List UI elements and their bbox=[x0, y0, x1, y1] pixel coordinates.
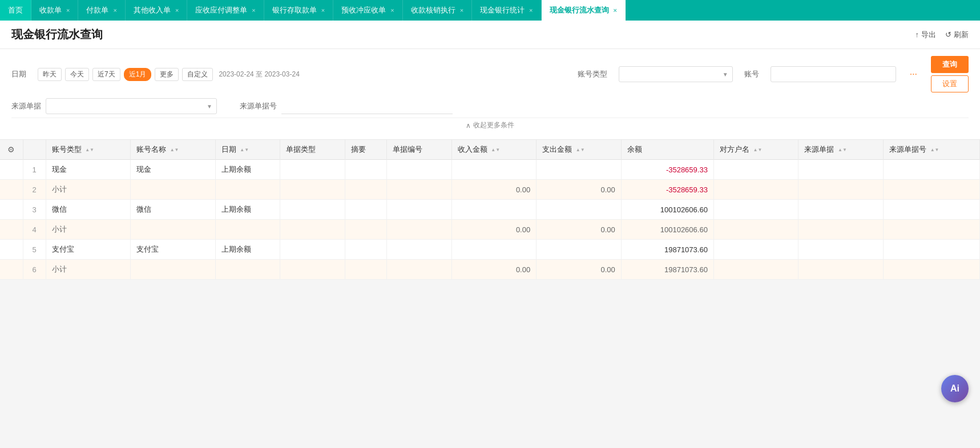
close-payment-icon[interactable]: × bbox=[113, 7, 116, 14]
sort-date-icon[interactable]: ▲▼ bbox=[240, 148, 249, 152]
table-header-row: ⚙ 账号类型 ▲▼ 账号名称 ▲▼ 日期 ▲▼ 单据类型 bbox=[0, 140, 980, 160]
top-navigation: 首页 收款单 × 付款单 × 其他收入单 × 应收应付调整单 × 银行存取款单 … bbox=[0, 0, 980, 21]
nav-bank-stats[interactable]: 现金银行统计 × bbox=[472, 0, 541, 21]
export-button[interactable]: ↑ 导出 bbox=[916, 30, 937, 40]
account-type-select-wrapper: ▼ bbox=[619, 66, 733, 82]
row-expense-cell: 0.00 bbox=[537, 220, 622, 240]
row-source-doc-cell bbox=[798, 240, 884, 260]
row-expense-cell bbox=[537, 200, 622, 220]
flow-table: ⚙ 账号类型 ▲▼ 账号名称 ▲▼ 日期 ▲▼ 单据类型 bbox=[0, 140, 980, 280]
col-account-name[interactable]: 账号名称 ▲▼ bbox=[131, 140, 216, 160]
sort-account-name-icon[interactable]: ▲▼ bbox=[170, 148, 179, 152]
date-btn-more[interactable]: 更多 bbox=[155, 68, 179, 81]
nav-home[interactable]: 首页 bbox=[0, 0, 31, 21]
close-adjust-icon[interactable]: × bbox=[252, 7, 255, 14]
nav-payment[interactable]: 付款单 × bbox=[78, 0, 125, 21]
col-source-doc-no[interactable]: 来源单据号 ▲▼ bbox=[884, 140, 980, 160]
sort-account-type-icon[interactable]: ▲▼ bbox=[85, 148, 94, 152]
settings-button[interactable]: 设置 bbox=[931, 75, 969, 92]
close-bank-stats-icon[interactable]: × bbox=[529, 7, 533, 14]
col-summary: 摘要 bbox=[345, 140, 386, 160]
col-income[interactable]: 收入金额 ▲▼ bbox=[451, 140, 537, 160]
source-doc-filter: 来源单据 ▼ bbox=[11, 98, 217, 114]
collapse-conditions-button[interactable]: ∧ 收起更多条件 bbox=[11, 118, 969, 132]
row-counterparty-cell bbox=[713, 240, 798, 260]
col-doc-type-label: 单据类型 bbox=[286, 145, 316, 154]
nav-home-label: 首页 bbox=[8, 5, 23, 15]
filter-area: 日期 昨天 今天 近7天 近1月 更多 自定义 2023-02-24 至 202… bbox=[0, 49, 980, 140]
row-summary-cell bbox=[345, 240, 386, 260]
col-date-label: 日期 bbox=[221, 145, 236, 154]
row-account-name-cell bbox=[131, 260, 216, 280]
col-expense[interactable]: 支出金额 ▲▼ bbox=[537, 140, 622, 160]
nav-flow-query[interactable]: 现金银行流水查询 × bbox=[542, 0, 626, 21]
row-summary-cell bbox=[345, 180, 386, 200]
nav-adjust[interactable]: 应收应付调整单 × bbox=[187, 0, 264, 21]
close-receipt-icon[interactable]: × bbox=[66, 7, 70, 14]
nav-bank-deposit[interactable]: 银行存取款单 × bbox=[264, 0, 333, 21]
source-doc-no-input[interactable] bbox=[281, 98, 453, 114]
row-expense-cell bbox=[537, 240, 622, 260]
nav-pre-receipt[interactable]: 预收冲应收单 × bbox=[333, 0, 402, 21]
export-label: 导出 bbox=[921, 30, 936, 40]
nav-other-income[interactable]: 其他收入单 × bbox=[126, 0, 187, 21]
row-doc-no-cell bbox=[387, 160, 452, 180]
row-balance-cell: 19871073.60 bbox=[621, 260, 713, 280]
row-num-cell: 5 bbox=[23, 240, 46, 260]
date-btn-7days[interactable]: 近7天 bbox=[92, 68, 120, 81]
source-doc-no-label: 来源单据号 bbox=[240, 101, 277, 111]
row-doc-no-cell bbox=[387, 220, 452, 240]
col-source-doc[interactable]: 来源单据 ▲▼ bbox=[798, 140, 884, 160]
sort-source-doc-icon[interactable]: ▲▼ bbox=[838, 148, 847, 152]
page-header: 现金银行流水查询 ↑ 导出 ↺ 刷新 bbox=[0, 21, 980, 49]
col-gear[interactable]: ⚙ bbox=[0, 140, 23, 160]
col-source-doc-label: 来源单据 bbox=[804, 145, 834, 154]
row-expense-cell bbox=[537, 160, 622, 180]
row-expense-cell: 0.00 bbox=[537, 180, 622, 200]
row-source-doc-cell bbox=[798, 180, 884, 200]
nav-receipt[interactable]: 收款单 × bbox=[31, 0, 78, 21]
close-verification-icon[interactable]: × bbox=[460, 7, 463, 14]
header-actions: ↑ 导出 ↺ 刷新 bbox=[916, 30, 969, 40]
row-date-cell: 上期余额 bbox=[215, 200, 280, 220]
date-btn-custom[interactable]: 自定义 bbox=[182, 68, 213, 81]
close-pre-receipt-icon[interactable]: × bbox=[390, 7, 394, 14]
account-dots-button[interactable]: ··· bbox=[908, 69, 919, 79]
date-range-display: 2023-02-24 至 2023-03-24 bbox=[219, 70, 299, 79]
account-type-select[interactable] bbox=[619, 66, 733, 82]
source-doc-select[interactable] bbox=[46, 98, 217, 114]
col-account-type[interactable]: 账号类型 ▲▼ bbox=[46, 140, 131, 160]
query-button[interactable]: 查询 bbox=[931, 56, 969, 73]
sort-income-icon[interactable]: ▲▼ bbox=[491, 148, 500, 152]
col-income-label: 收入金额 bbox=[458, 145, 487, 154]
close-bank-deposit-icon[interactable]: × bbox=[321, 7, 325, 14]
row-income-cell: 0.00 bbox=[451, 260, 537, 280]
date-btn-today[interactable]: 今天 bbox=[65, 68, 89, 81]
row-expense-cell: 0.00 bbox=[537, 260, 622, 280]
row-doc-no-cell bbox=[387, 200, 452, 220]
account-input[interactable] bbox=[771, 66, 896, 82]
date-btn-yesterday[interactable]: 昨天 bbox=[38, 68, 62, 81]
row-income-cell: 0.00 bbox=[451, 220, 537, 240]
row-account-type-cell: 现金 bbox=[46, 160, 131, 180]
collapse-up-icon: ∧ bbox=[466, 122, 471, 130]
row-source-doc-no-cell bbox=[884, 180, 980, 200]
col-counterparty[interactable]: 对方户名 ▲▼ bbox=[713, 140, 798, 160]
sort-counterparty-icon[interactable]: ▲▼ bbox=[753, 148, 763, 152]
sort-source-doc-no-icon[interactable]: ▲▼ bbox=[930, 148, 939, 152]
sort-expense-icon[interactable]: ▲▼ bbox=[576, 148, 585, 152]
row-account-type-cell: 微信 bbox=[46, 200, 131, 220]
nav-verification[interactable]: 收款核销执行 × bbox=[403, 0, 472, 21]
close-other-income-icon[interactable]: × bbox=[175, 7, 179, 14]
close-flow-query-icon[interactable]: × bbox=[614, 7, 617, 14]
col-date[interactable]: 日期 ▲▼ bbox=[215, 140, 280, 160]
row-income-cell: 0.00 bbox=[451, 180, 537, 200]
date-btn-1month[interactable]: 近1月 bbox=[124, 68, 152, 81]
row-account-type-cell: 小计 bbox=[46, 260, 131, 280]
gear-settings-icon[interactable]: ⚙ bbox=[7, 145, 15, 154]
row-num-cell: 4 bbox=[23, 220, 46, 240]
row-num-cell: 1 bbox=[23, 160, 46, 180]
refresh-button[interactable]: ↺ 刷新 bbox=[945, 30, 969, 40]
refresh-icon: ↺ bbox=[945, 30, 951, 39]
row-gear-cell bbox=[0, 180, 23, 200]
